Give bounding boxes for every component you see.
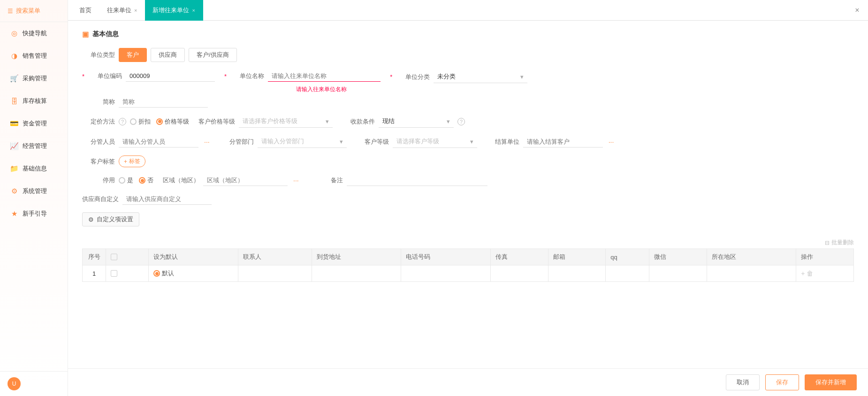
table-row: 1默认+ 🗑 [83, 265, 854, 282]
sidebar-label-purchase: 采购管理 [23, 74, 47, 83]
code-name-category-row: * 单位编码 * 单位名称 请输入往来单位名称 * 单位分类 [82, 70, 854, 93]
default-radio-0[interactable]: 默认 [153, 269, 233, 278]
tab-contacts[interactable]: 往来单位× [99, 0, 145, 21]
row-del-0[interactable]: 🗑 [807, 270, 813, 277]
bottom-bar: 取消 保存 保存并新增 [68, 368, 868, 396]
code-label: 单位编码 [89, 72, 122, 80]
payment-field: 收款条件 现结 ▾ ? [342, 115, 465, 128]
code-input[interactable] [126, 70, 215, 82]
remark-input[interactable] [347, 175, 487, 186]
region-more-btn[interactable]: ··· [291, 177, 301, 184]
th-7: 邮箱 [548, 249, 606, 265]
disabled-no[interactable]: 否 [139, 176, 153, 185]
sidebar-bottom: U [0, 371, 68, 396]
settlement-field: 结算单位 ··· [487, 136, 616, 148]
sidebar-icon-guide: ★ [9, 209, 19, 218]
pricing-row: 定价方法 ? 折扣 价格等级 客户价格等级 [82, 115, 854, 128]
tab-new-contact[interactable]: 新增往来单位× [145, 0, 203, 21]
type-btn-supplier[interactable]: 供应商 [151, 48, 185, 62]
region-input[interactable] [203, 175, 288, 186]
th-3: 联系人 [238, 249, 312, 265]
manager-field: 分管人员 ··· [82, 136, 212, 148]
batch-delete-area[interactable]: ⊟ 批量删除 [82, 239, 854, 247]
sidebar-item-inventory[interactable]: 🗄库存核算 [0, 90, 68, 112]
search-menu[interactable]: ☰ 搜索菜单 [0, 0, 68, 22]
payment-select[interactable]: 现结 ▾ [379, 115, 454, 128]
cell-0-11: + 🗑 [796, 265, 854, 282]
remark-label: 备注 [310, 176, 343, 185]
window-close-btn[interactable]: × [850, 3, 864, 17]
tag-btn-label: 标签 [129, 157, 140, 165]
save-button[interactable]: 保存 [765, 374, 799, 390]
pricing-label: 定价方法 [82, 117, 115, 126]
cell-0-7 [548, 265, 606, 282]
radio-circle-level [156, 118, 163, 125]
settlement-input[interactable] [523, 136, 603, 148]
supplier-custom-row: 供应商自定义 [82, 194, 854, 205]
save-new-button[interactable]: 保存并新增 [805, 374, 857, 390]
sidebar-item-system[interactable]: ⚙系统管理 [0, 180, 68, 202]
price-level-select[interactable]: 请选择客户价格等级 ▾ [239, 115, 333, 128]
sidebar-item-purchase[interactable]: 🛒采购管理 [0, 67, 68, 90]
sidebar-item-basic[interactable]: 📁基础信息 [0, 157, 68, 180]
customer-level-arrow: ▾ [470, 138, 473, 145]
tag-plus-icon: + [124, 158, 127, 165]
cell-0-6 [490, 265, 548, 282]
payment-arrow: ▾ [447, 118, 450, 125]
dept-select[interactable]: 请输入分管部门 ▾ [258, 135, 347, 148]
section-title: 基本信息 [92, 30, 119, 39]
tab-close-contacts[interactable]: × [134, 8, 137, 13]
cell-0-9 [649, 265, 707, 282]
row-add-0[interactable]: + [801, 270, 805, 277]
sidebar-item-sales[interactable]: ◑销售管理 [0, 45, 68, 67]
disabled-radio-group: 是 否 [119, 176, 153, 185]
tab-close-new-contact[interactable]: × [192, 8, 195, 13]
code-required: * [82, 73, 84, 80]
sidebar-icon-sales: ◑ [9, 51, 19, 61]
main-area: 首页往来单位×新增往来单位× × ▣ 基本信息 单位类型 客户供应商客户/供应商… [68, 0, 868, 396]
price-level-arrow: ▾ [326, 118, 329, 125]
name-field: * 单位名称 请输入往来单位名称 [224, 70, 381, 93]
cancel-button[interactable]: 取消 [726, 374, 760, 390]
supplier-custom-field: 供应商自定义 [82, 194, 212, 205]
customer-level-select[interactable]: 请选择客户等级 ▾ [393, 135, 477, 148]
section-header: ▣ 基本信息 [82, 30, 854, 39]
category-field: * 单位分类 未分类 ▾ [390, 70, 527, 83]
name-input[interactable] [268, 70, 381, 82]
disabled-no-label: 否 [147, 176, 153, 185]
short-name-input[interactable] [119, 96, 208, 108]
th-0: 序号 [83, 249, 106, 265]
settlement-more-btn[interactable]: ··· [607, 138, 616, 146]
sidebar-label-finance: 资金管理 [23, 119, 47, 128]
cell-0-3 [238, 265, 312, 282]
supplier-custom-input[interactable] [122, 194, 212, 205]
th-5: 电话号码 [401, 249, 491, 265]
custom-settings-btn[interactable]: ⚙ 自定义项设置 [82, 212, 139, 226]
contacts-table: 序号设为默认联系人到货地址电话号码传真邮箱qq微信所在地区操作 1默认+ 🗑 [82, 248, 854, 282]
cell-0-10 [707, 265, 796, 282]
name-required: * [224, 73, 227, 80]
category-select[interactable]: 未分类 ▾ [434, 70, 527, 83]
dept-arrow: ▾ [340, 138, 343, 145]
tab-home[interactable]: 首页 [72, 0, 99, 21]
type-btn-both[interactable]: 客户/供应商 [189, 48, 237, 62]
sidebar-item-quick-nav[interactable]: ◎快捷导航 [0, 22, 68, 45]
manager-input[interactable] [119, 136, 198, 148]
payment-help-icon[interactable]: ? [457, 118, 465, 125]
row-cb-0[interactable] [111, 270, 117, 277]
pricing-radio-level[interactable]: 价格等级 [156, 117, 189, 126]
add-tag-btn[interactable]: + 标签 [119, 155, 145, 167]
select-all-cb[interactable] [111, 254, 117, 260]
dept-label: 分管部门 [221, 138, 254, 146]
pricing-help-icon[interactable]: ? [119, 118, 126, 125]
type-btn-customer[interactable]: 客户 [119, 48, 147, 62]
pricing-radio-discount[interactable]: 折扣 [130, 117, 151, 126]
sidebar-item-operation[interactable]: 📈经营管理 [0, 135, 68, 157]
sidebar-item-guide[interactable]: ★新手引导 [0, 202, 68, 225]
disabled-yes[interactable]: 是 [119, 176, 133, 185]
th-10: 所在地区 [707, 249, 796, 265]
manager-more-btn[interactable]: ··· [202, 138, 212, 146]
sidebar-item-finance[interactable]: 💳资金管理 [0, 112, 68, 135]
sidebar-label-basic: 基础信息 [23, 164, 47, 173]
content-area: ▣ 基本信息 单位类型 客户供应商客户/供应商 * 单位编码 * 单位名称 [68, 21, 868, 368]
